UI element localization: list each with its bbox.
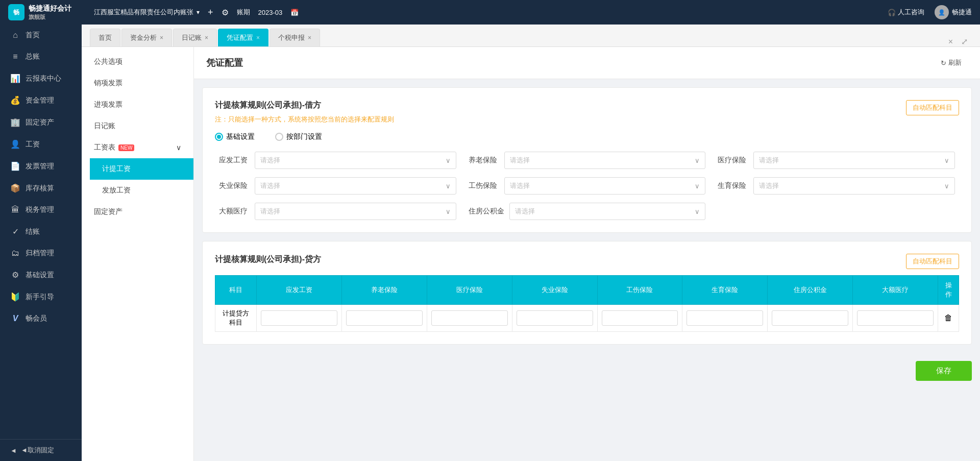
app-version: 旗舰版	[29, 13, 71, 21]
app-logo: 畅 畅捷通好会计 旗舰版	[8, 4, 90, 21]
input-maternity[interactable]	[687, 310, 763, 326]
cell-medical[interactable]	[427, 305, 512, 332]
sidebar-item-salary[interactable]: 👤 工资	[0, 133, 82, 155]
form-item-work-injury: 工伤保险 请选择 ∨	[469, 177, 706, 195]
debit-auto-match-button[interactable]: 自动匹配科目	[906, 100, 959, 115]
sidebar-item-ledger[interactable]: ≡ 总账	[0, 46, 82, 67]
sidebar-item-invoice[interactable]: 📄 发票管理	[0, 155, 82, 177]
sidebar-item-tax[interactable]: 🏛 税务管理	[0, 199, 82, 221]
refresh-icon: ↻	[941, 59, 946, 67]
sidebar-item-inventory[interactable]: 📦 库存核算	[0, 177, 82, 199]
add-button[interactable]: +	[208, 7, 213, 18]
radio-dept-label: 按部门设置	[286, 132, 322, 141]
app-name: 畅捷通好会计	[29, 4, 71, 13]
save-button[interactable]: 保存	[916, 361, 972, 381]
input-big-medical[interactable]	[857, 310, 934, 326]
sidebar-item-assets[interactable]: 🏢 固定资产	[0, 111, 82, 133]
input-housing[interactable]	[772, 310, 848, 326]
sidebar-item-member[interactable]: V 畅会员	[0, 308, 82, 329]
sidebar-item-reports[interactable]: 📊 云报表中心	[0, 67, 82, 89]
sidebar-item-archive[interactable]: 🗂 归档管理	[0, 242, 82, 264]
tab-journal-close[interactable]: ×	[205, 34, 208, 41]
debit-section-card: 计提核算规则(公司承担)-借方 注：只能选择一种方式，系统将按照您当前的选择来配…	[202, 87, 972, 233]
input-unemployment[interactable]	[517, 310, 593, 326]
calendar-icon[interactable]: 📅	[290, 9, 299, 16]
sidebar-item-home[interactable]: ⌂ 首页	[0, 25, 82, 46]
tab-finance[interactable]: 资金分析 ×	[121, 29, 172, 46]
sub-sidebar-purchase-invoice[interactable]: 进项发票	[82, 94, 193, 115]
cell-housing[interactable]	[768, 305, 853, 332]
tab-home-label: 首页	[99, 33, 112, 42]
select-pension-arrow: ∨	[695, 157, 700, 164]
cell-pension[interactable]	[341, 305, 427, 332]
sidebar-item-checkout[interactable]: ✓ 结账	[0, 221, 82, 242]
tab-journal-label: 日记账	[182, 33, 202, 42]
input-work-injury[interactable]	[602, 310, 678, 326]
sidebar-item-settings[interactable]: ⚙ 基础设置	[0, 264, 82, 286]
service-button[interactable]: 🎧 人工咨询	[888, 8, 924, 17]
sidebar-label-settings: 基础设置	[26, 271, 54, 280]
tab-tax-close[interactable]: ×	[308, 34, 311, 41]
select-unemployment[interactable]: 请选择 ∨	[255, 177, 456, 195]
sidebar-label-archive: 归档管理	[26, 249, 54, 258]
sub-sidebar-calc-salary[interactable]: 计提工资	[90, 158, 193, 180]
sub-sidebar-salary-children: 计提工资 发放工资	[82, 158, 193, 201]
cell-work-injury[interactable]	[597, 305, 682, 332]
form-item-salary: 应发工资 请选择 ∨	[219, 152, 456, 169]
sub-sidebar-fixed-assets[interactable]: 固定资产	[82, 201, 193, 223]
user-menu[interactable]: 👤 畅捷通	[935, 5, 972, 19]
credit-auto-match-button[interactable]: 自动匹配科目	[906, 254, 959, 269]
select-maternity[interactable]: 请选择 ∨	[753, 177, 955, 195]
cancel-fixed-label: ◄取消固定	[21, 446, 54, 455]
cell-salary[interactable]	[257, 305, 342, 332]
radio-dept[interactable]: 按部门设置	[275, 132, 322, 141]
cell-action[interactable]: 🗑	[938, 305, 959, 332]
cell-unemployment[interactable]	[512, 305, 597, 332]
cancel-fixed-button[interactable]: ◄ ◄取消固定	[0, 439, 82, 461]
settings-button[interactable]: ⚙	[222, 8, 229, 17]
sidebar-item-guide[interactable]: 🔰 新手引导	[0, 286, 82, 308]
input-pension[interactable]	[346, 310, 423, 326]
select-medical[interactable]: 请选择 ∨	[753, 152, 955, 169]
salary-icon: 👤	[10, 139, 20, 149]
input-salary[interactable]	[261, 310, 337, 326]
select-housing[interactable]: 请选择 ∨	[509, 203, 706, 220]
topbar-right: 🎧 人工咨询 👤 畅捷通	[888, 5, 972, 19]
tab-tax[interactable]: 个税申报 ×	[270, 29, 320, 46]
tab-voucher-close[interactable]: ×	[256, 34, 260, 41]
col-work-injury: 工伤保险	[597, 276, 682, 305]
sidebar-label-checkout: 结账	[26, 227, 40, 236]
sub-sidebar-sales-invoice[interactable]: 销项发票	[82, 72, 193, 94]
select-big-medical[interactable]: 请选择 ∨	[255, 203, 456, 220]
sub-sidebar-salary-table-header[interactable]: 工资表 NEW ∨	[82, 137, 193, 158]
tab-voucher[interactable]: 凭证配置 ×	[218, 29, 268, 46]
select-pension[interactable]: 请选择 ∨	[504, 152, 706, 169]
sub-sidebar-public[interactable]: 公共选项	[82, 51, 193, 72]
select-salary[interactable]: 请选择 ∨	[255, 152, 456, 169]
window-expand-button[interactable]: ⤢	[957, 37, 972, 46]
company-selector[interactable]: 江西服宝精品有限责任公司内账张 ▾	[94, 8, 200, 17]
save-btn-container: 保存	[194, 353, 980, 389]
window-close-button[interactable]: ×	[944, 37, 957, 46]
tab-journal[interactable]: 日记账 ×	[173, 29, 217, 46]
sidebar-label-assets: 固定资产	[26, 118, 54, 127]
tab-finance-close[interactable]: ×	[160, 34, 163, 41]
label-unemployment: 失业保险	[219, 181, 250, 190]
input-medical[interactable]	[431, 310, 508, 326]
select-work-injury-arrow: ∨	[695, 182, 700, 190]
tab-home[interactable]: 首页	[90, 29, 120, 46]
cell-maternity[interactable]	[682, 305, 768, 332]
sub-sidebar-journal[interactable]: 日记账	[82, 115, 193, 137]
col-medical: 医疗保险	[427, 276, 512, 305]
radio-group: 基础设置 按部门设置	[215, 132, 959, 141]
select-work-injury[interactable]: 请选择 ∨	[504, 177, 706, 195]
checkout-icon: ✓	[10, 227, 20, 236]
guide-icon: 🔰	[10, 292, 20, 302]
refresh-button[interactable]: ↻ 刷新	[935, 55, 968, 70]
period-value[interactable]: 2023-03	[258, 9, 283, 16]
sub-sidebar-pay-salary[interactable]: 发放工资	[90, 180, 193, 201]
main-content: 凭证配置 ↻ 刷新 计提核算规则(公司承担)-借方 注：只能选择一种方式，系统将…	[194, 47, 980, 461]
cell-big-medical[interactable]	[853, 305, 938, 332]
sidebar-item-funds[interactable]: 💰 资金管理	[0, 89, 82, 111]
radio-basic[interactable]: 基础设置	[215, 132, 255, 141]
